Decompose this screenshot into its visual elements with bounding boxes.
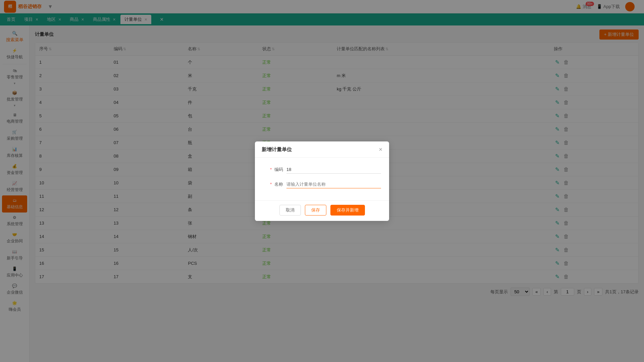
modal-header: 新增计量单位 × — [255, 141, 389, 158]
cancel-button[interactable]: 取消 — [279, 205, 301, 216]
code-label: * 编码 — [263, 167, 283, 173]
form-row-name: * 名称 — [263, 180, 381, 188]
required-star-code: * — [270, 167, 272, 172]
code-input[interactable] — [286, 166, 381, 174]
name-label: * 名称 — [263, 181, 283, 187]
name-input[interactable] — [286, 180, 381, 188]
modal-footer: 取消 保存 保存并新增 — [255, 200, 389, 221]
modal-close-button[interactable]: × — [379, 146, 382, 153]
modal-title: 新增计量单位 — [262, 146, 292, 153]
required-star-name: * — [270, 182, 272, 187]
modal-body: * 编码 * 名称 — [255, 158, 389, 200]
add-unit-modal: 新增计量单位 × * 编码 * 名称 取消 保存 保存并新增 — [255, 141, 389, 221]
save-button[interactable]: 保存 — [305, 205, 326, 216]
form-row-code: * 编码 — [263, 166, 381, 174]
save-and-new-button[interactable]: 保存并新增 — [330, 205, 365, 216]
modal-overlay: 新增计量单位 × * 编码 * 名称 取消 保存 保存并新增 — [0, 0, 644, 362]
